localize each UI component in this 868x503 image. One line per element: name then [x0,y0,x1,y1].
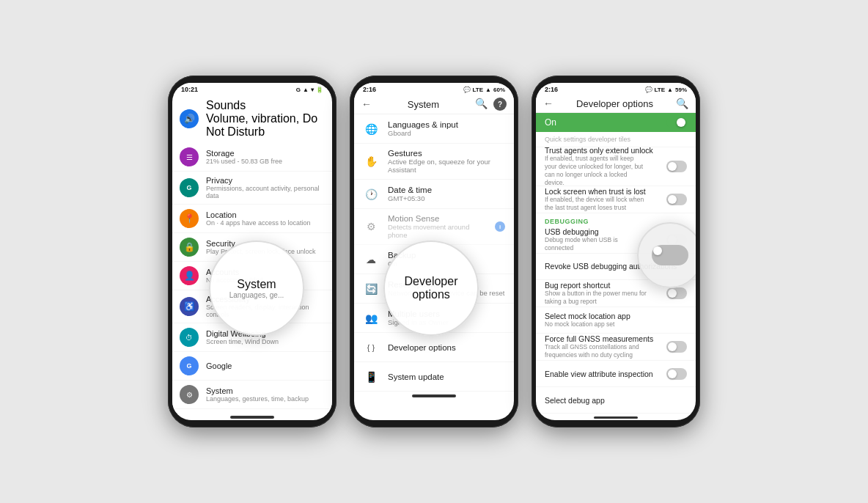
lte-icon: LTE [473,87,484,93]
languages-title: Languages & input [388,120,458,129]
dev-item-view-attr[interactable]: Enable view attribute inspection [536,361,696,387]
developer-icon: { } [363,339,379,356]
location-icon-circle: 📍 [180,209,199,228]
google-icon-circle: G [180,356,199,375]
trust-agents-title: Trust agents only extend unlock [545,146,653,155]
search-button-2[interactable]: 🔍 [475,98,488,111]
privacy-icon: G [186,184,191,191]
usb-toggle-zoomed[interactable] [652,245,688,265]
update-icon: 📱 [363,369,379,385]
phone-2: 2:16 💬 LTE ▲ 60% ← System 🔍 ? [350,76,518,427]
phone-1-screen: 10:21 G ▲ ▾ 🔋 🔊 Sounds Volume, vibration… [172,83,332,420]
settings-item-storage[interactable]: ☰ Storage 21% used - 50.83 GB free [172,143,332,172]
gestures-icon: ✋ [363,153,379,169]
settings-item-privacy[interactable]: G Privacy Permissions, account activity,… [172,172,332,205]
phone-1-status-bar: 10:21 G ▲ ▾ 🔋 [172,83,332,95]
bug-report-text: Bug report shortcut Show a button in the… [545,281,647,306]
phone-2-circle-zoom: Developer options [383,241,479,336]
privacy-title: Privacy [206,176,325,185]
sounds-subtitle: Volume, vibration, Do Not Disturb [206,112,325,139]
motion-subtitle: Detects movement around phone [388,223,486,239]
phone-3-status-bar: 2:16 💬 LTE ▲ 59% [536,83,696,95]
signal-icon-3: ▲ [667,87,673,93]
phone-3-status-icons: 💬 LTE ▲ 59% [645,87,687,93]
mock-location-subtitle: No mock location app set [545,320,630,328]
back-button-2[interactable]: ← [361,98,372,110]
phone-2-home-bar [412,394,456,397]
accounts-icon: 👤 [184,271,195,281]
phone-3-circle-zoom [637,222,696,288]
sounds-title: Sounds [206,99,325,112]
motion-info-badge: i [495,221,505,232]
dev-item-mock-location[interactable]: Select mock location app No mock locatio… [536,307,696,334]
dev-item-gnss[interactable]: Force full GNSS measurements Track all G… [536,334,696,361]
system-item-gestures[interactable]: ✋ Gestures Active Edge on, squeeze for y… [354,144,514,180]
digital-wellbeing-icon: ⏱ [185,334,193,342]
security-icon: 🔒 [184,242,195,252]
accounts-icon-circle: 👤 [180,266,199,285]
google-icon-status: G [296,87,301,93]
settings-item-google[interactable]: G Google [172,352,332,381]
trust-agents-toggle[interactable] [666,161,687,172]
phone-2-top-bar: ← System 🔍 ? [354,95,514,114]
settings-item-system[interactable]: ⚙ System Languages, gestures, time, back… [172,381,332,409]
battery-icon-2: 60% [493,87,505,93]
settings-item-location[interactable]: 📍 Location On · 4 apps have access to lo… [172,205,332,233]
bug-report-toggle[interactable] [666,287,687,299]
phone-2-page-title: System [408,99,439,110]
mock-location-title: Select mock location app [545,312,630,320]
gnss-toggle[interactable] [666,341,687,353]
bug-report-title: Bug report shortcut [545,281,647,290]
developer-title: Developer options [388,343,456,352]
system-item-update[interactable]: 📱 System update [354,362,514,392]
developer-on-toggle[interactable] [666,117,687,128]
security-icon-circle: 🔒 [180,238,199,257]
phone-3: 2:16 💬 LTE ▲ 59% ← Developer options 🔍 O… [532,76,700,427]
whatsapp-icon: 💬 [463,87,471,93]
dev-item-lock-screen[interactable]: Lock screen when trust is lost If enable… [536,186,696,213]
storage-icon-circle: ☰ [180,147,199,166]
system-title: System [206,386,325,395]
settings-item-sounds[interactable]: 🔊 Sounds Volume, vibration, Do Not Distu… [172,95,332,143]
quick-settings-label: Quick settings developer tiles [545,136,630,143]
gnss-title: Force full GNSS measurements [545,334,653,343]
phone-3-home-bar [594,416,638,419]
help-button-2[interactable]: ? [493,98,507,111]
trust-agents-text: Trust agents only extend unlock If enabl… [545,146,653,187]
storage-text: Storage 21% used - 50.83 GB free [206,149,325,165]
phone-1-status-icons: G ▲ ▾ 🔋 [296,87,323,93]
view-attr-toggle[interactable] [666,368,687,380]
trust-agents-subtitle: If enabled, trust agents will keep your … [545,155,647,187]
view-attr-text: Enable view attribute inspection [545,370,653,378]
settings-item-about[interactable]: 📱 About phone Pixel 4 XL [172,409,332,413]
digital-wellbeing-icon-circle: ⏱ [180,328,199,347]
developer-on-bar: On [536,113,696,132]
dev-item-trust-agents[interactable]: Trust agents only extend unlock If enabl… [536,147,696,186]
system-icon: ⚙ [186,391,193,399]
google-text: Google [206,361,325,370]
search-button-3[interactable]: 🔍 [676,98,688,109]
location-icon: 📍 [184,213,195,224]
sounds-icon-circle: 🔊 [180,109,199,128]
languages-icon: 🌐 [363,121,379,137]
languages-text: Languages & input Gboard [388,120,458,137]
update-title: System update [388,372,444,381]
dev-item-debug-app[interactable]: Select debug app [536,387,696,414]
back-button-3[interactable]: ← [543,98,553,109]
phone-1: 10:21 G ▲ ▾ 🔋 🔊 Sounds Volume, vibration… [168,76,336,427]
lock-screen-text: Lock screen when trust is lost If enable… [545,187,647,212]
users-icon: 👥 [363,310,379,326]
lock-screen-title: Lock screen when trust is lost [545,187,647,196]
system-item-developer[interactable]: { } Developer options [354,333,514,362]
system-item-motion[interactable]: ⚙ Motion Sense Detects movement around p… [354,209,514,245]
phone-1-circle-zoom: System Languages, ge... [209,241,304,336]
datetime-subtitle: GMT+05:30 [388,194,432,202]
location-text: Location On · 4 apps have access to loca… [206,210,325,227]
gnss-text: Force full GNSS measurements Track all G… [545,334,653,359]
battery-icon-3: 59% [675,87,687,93]
signal-icon-2: ▲ [485,87,491,93]
lock-screen-toggle[interactable] [666,194,687,205]
system-item-languages[interactable]: 🌐 Languages & input Gboard [354,114,514,144]
accessibility-icon-circle: ♿ [180,297,199,316]
system-item-datetime[interactable]: 🕐 Date & time GMT+05:30 [354,180,514,209]
